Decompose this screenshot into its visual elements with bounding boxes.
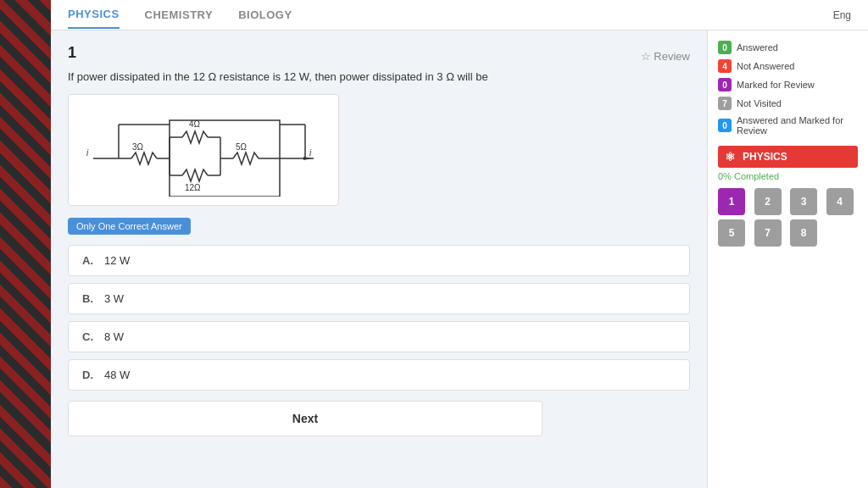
- q-num-7[interactable]: 7: [754, 219, 782, 247]
- q-num-3[interactable]: 3: [790, 188, 817, 215]
- question-grid: 1 2 3 4 5 7 8: [718, 188, 858, 247]
- question-area: 1 ☆ Review If power dissipated in the 12…: [51, 30, 707, 488]
- option-d-label: D.: [82, 369, 96, 381]
- subject-name: PHYSICS: [743, 151, 787, 163]
- q-num-4[interactable]: 4: [826, 188, 854, 215]
- review-button[interactable]: ☆ Review: [641, 50, 690, 63]
- circuit-diagram: 3Ω 4Ω 12Ω: [68, 94, 339, 206]
- subject-header: ⚛ PHYSICS: [718, 146, 858, 168]
- subject-icon: ⚛: [725, 150, 736, 164]
- option-a[interactable]: A. 12 W: [68, 245, 690, 276]
- option-b-label: B.: [82, 292, 96, 305]
- q-num-1[interactable]: 1: [718, 188, 745, 215]
- answer-type-label: Only One Correct Answer: [68, 218, 191, 235]
- progress-text: 0% Completed: [718, 171, 858, 181]
- language-selector[interactable]: Eng: [833, 9, 851, 21]
- top-nav: PHYSICS CHEMISTRY BIOLOGY Eng: [51, 0, 868, 30]
- q-num-8[interactable]: 8: [790, 219, 817, 247]
- svg-text:12Ω: 12Ω: [185, 183, 201, 192]
- svg-text:i: i: [309, 148, 312, 158]
- main-content: PHYSICS CHEMISTRY BIOLOGY Eng 1 ☆ Review…: [51, 0, 868, 488]
- nav-tab-physics[interactable]: PHYSICS: [68, 1, 120, 29]
- legend-marked: 0 Marked for Review: [718, 78, 858, 92]
- option-a-value: 12 W: [104, 254, 130, 267]
- svg-text:4Ω: 4Ω: [189, 119, 201, 129]
- option-b[interactable]: B. 3 W: [68, 283, 690, 314]
- question-number: 1: [68, 44, 690, 62]
- not-visited-label: Not Visited: [737, 98, 782, 108]
- svg-text:5Ω: 5Ω: [236, 142, 248, 152]
- not-visited-icon: 7: [718, 97, 732, 110]
- legend-answered-marked: 0 Answered and Marked for Review: [718, 115, 858, 136]
- answered-marked-icon: 0: [718, 119, 732, 132]
- content-row: 1 ☆ Review If power dissipated in the 12…: [51, 30, 868, 488]
- answered-icon: 0: [718, 41, 732, 54]
- legend-not-answered: 4 Not Answered: [718, 59, 858, 73]
- marked-label: Marked for Review: [737, 80, 815, 90]
- marked-icon: 0: [718, 78, 732, 92]
- legend-not-visited: 7 Not Visited: [718, 97, 858, 110]
- not-answered-icon: 4: [718, 59, 732, 73]
- decorative-panel: [0, 0, 51, 488]
- svg-text:i: i: [86, 148, 89, 158]
- options-list: A. 12 W B. 3 W C. 8 W D. 48 W: [68, 245, 690, 391]
- answered-label: Answered: [737, 42, 778, 53]
- nav-tab-chemistry[interactable]: CHEMISTRY: [145, 2, 214, 28]
- option-c[interactable]: C. 8 W: [68, 321, 690, 352]
- q-num-5[interactable]: 5: [718, 219, 745, 247]
- option-b-value: 3 W: [104, 292, 124, 305]
- option-d[interactable]: D. 48 W: [68, 359, 690, 391]
- question-text: If power dissipated in the 12 Ω resistan…: [68, 69, 690, 86]
- answered-marked-label: Answered and Marked for Review: [737, 115, 858, 136]
- q-num-2[interactable]: 2: [754, 188, 782, 215]
- legend-answered: 0 Answered: [718, 41, 858, 54]
- option-d-value: 48 W: [104, 369, 130, 381]
- next-button[interactable]: Next: [68, 401, 542, 436]
- option-c-label: C.: [82, 330, 96, 343]
- nav-tab-biology[interactable]: BIOLOGY: [238, 2, 292, 28]
- svg-text:3Ω: 3Ω: [132, 142, 144, 152]
- not-answered-label: Not Answered: [737, 61, 794, 71]
- option-a-label: A.: [82, 254, 96, 267]
- option-c-value: 8 W: [104, 330, 124, 343]
- right-sidebar: 0 Answered 4 Not Answered 0 Marked for R…: [707, 30, 868, 488]
